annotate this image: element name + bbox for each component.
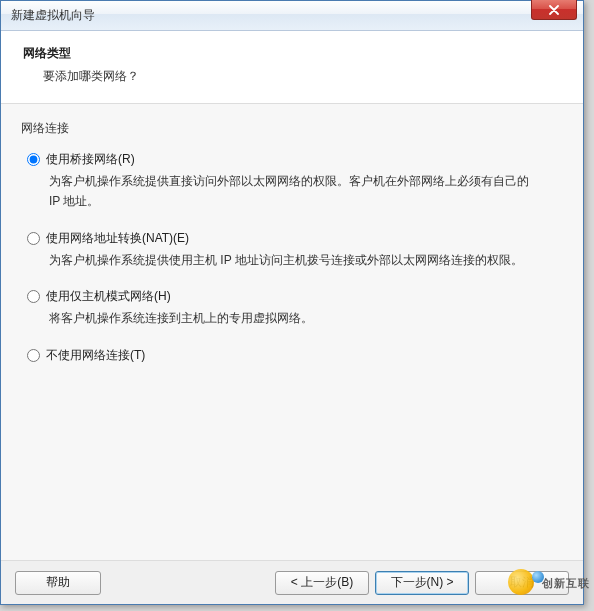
option-none: 不使用网络连接(T) (27, 347, 563, 364)
network-options-group: 使用桥接网络(R) 为客户机操作系统提供直接访问外部以太网网络的权限。客户机在外… (21, 151, 563, 364)
option-hostonly-desc: 将客户机操作系统连接到主机上的专用虚拟网络。 (27, 305, 537, 328)
header-panel: 网络类型 要添加哪类网络？ (1, 31, 583, 104)
group-label: 网络连接 (21, 120, 563, 137)
window-title: 新建虚拟机向导 (11, 7, 95, 24)
option-hostonly: 使用仅主机模式网络(H) 将客户机操作系统连接到主机上的专用虚拟网络。 (27, 288, 563, 328)
content-area: 网络连接 使用桥接网络(R) 为客户机操作系统提供直接访问外部以太网网络的权限。… (1, 104, 583, 574)
footer-bar: 帮助 < 上一步(B) 下一步(N) > 取消 (1, 560, 583, 604)
option-none-label: 不使用网络连接(T) (46, 347, 145, 364)
back-button[interactable]: < 上一步(B) (275, 571, 369, 595)
option-nat-desc: 为客户机操作系统提供使用主机 IP 地址访问主机拨号连接或外部以太网网络连接的权… (27, 247, 537, 270)
next-button[interactable]: 下一步(N) > (375, 571, 469, 595)
radio-nat[interactable] (27, 232, 40, 245)
option-nat: 使用网络地址转换(NAT)(E) 为客户机操作系统提供使用主机 IP 地址访问主… (27, 230, 563, 270)
close-icon (548, 5, 560, 15)
help-button[interactable]: 帮助 (15, 571, 101, 595)
option-bridged: 使用桥接网络(R) 为客户机操作系统提供直接访问外部以太网网络的权限。客户机在外… (27, 151, 563, 212)
radio-bridged[interactable] (27, 153, 40, 166)
option-bridged-desc: 为客户机操作系统提供直接访问外部以太网网络的权限。客户机在外部网络上必须有自己的… (27, 168, 537, 212)
option-none-row[interactable]: 不使用网络连接(T) (27, 347, 563, 364)
wizard-window: 新建虚拟机向导 网络类型 要添加哪类网络？ 网络连接 使用桥接网络(R) 为客户… (0, 0, 584, 605)
option-hostonly-label: 使用仅主机模式网络(H) (46, 288, 171, 305)
titlebar: 新建虚拟机向导 (1, 1, 583, 31)
page-title: 网络类型 (23, 45, 561, 62)
option-nat-row[interactable]: 使用网络地址转换(NAT)(E) (27, 230, 563, 247)
option-bridged-label: 使用桥接网络(R) (46, 151, 135, 168)
page-subtitle: 要添加哪类网络？ (23, 68, 561, 85)
option-bridged-row[interactable]: 使用桥接网络(R) (27, 151, 563, 168)
close-button[interactable] (531, 0, 577, 20)
radio-none[interactable] (27, 349, 40, 362)
radio-hostonly[interactable] (27, 290, 40, 303)
cancel-button[interactable]: 取消 (475, 571, 569, 595)
option-nat-label: 使用网络地址转换(NAT)(E) (46, 230, 189, 247)
option-hostonly-row[interactable]: 使用仅主机模式网络(H) (27, 288, 563, 305)
